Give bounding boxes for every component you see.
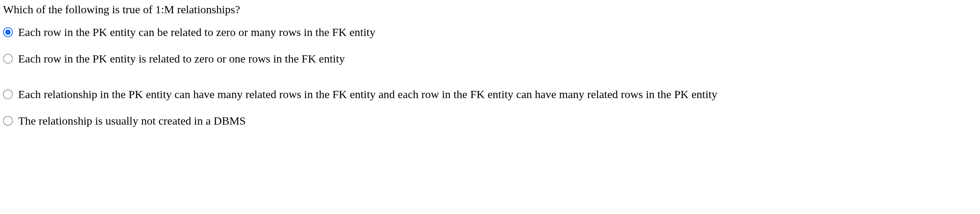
option-label: Each relationship in the PK entity can h… bbox=[18, 86, 718, 102]
radio-icon bbox=[3, 54, 13, 64]
option-label: Each row in the PK entity can be related… bbox=[18, 24, 375, 40]
option-2[interactable]: Each relationship in the PK entity can h… bbox=[3, 86, 977, 102]
option-3[interactable]: The relationship is usually not created … bbox=[3, 113, 977, 129]
options-group: Each row in the PK entity can be related… bbox=[3, 24, 977, 129]
radio-icon bbox=[3, 27, 13, 37]
option-label: The relationship is usually not created … bbox=[18, 113, 246, 129]
radio-icon bbox=[3, 89, 13, 99]
question-text: Which of the following is true of 1:M re… bbox=[3, 2, 977, 18]
option-label: Each row in the PK entity is related to … bbox=[18, 51, 345, 67]
option-1[interactable]: Each row in the PK entity is related to … bbox=[3, 51, 977, 67]
option-0[interactable]: Each row in the PK entity can be related… bbox=[3, 24, 977, 40]
radio-icon bbox=[3, 116, 13, 126]
